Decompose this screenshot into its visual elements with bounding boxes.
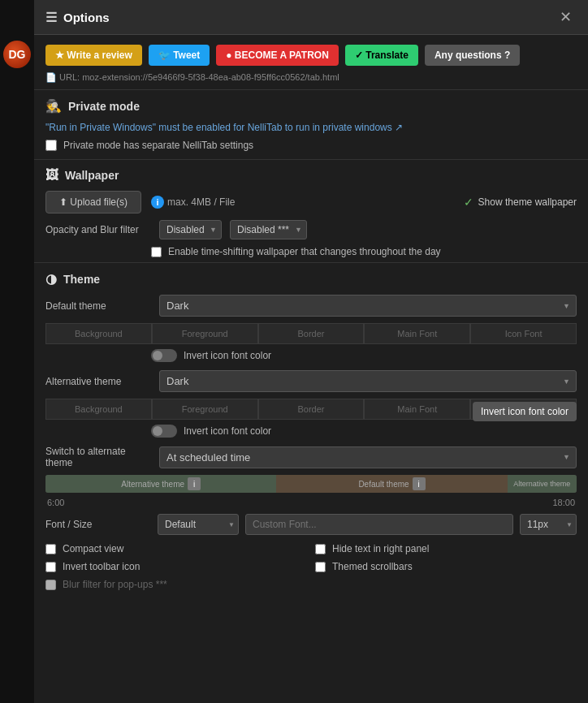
write-review-button[interactable]: ★ Write a review bbox=[45, 45, 142, 66]
invert-toolbar-label: Invert toolbar icon bbox=[63, 561, 140, 572]
url-link[interactable]: moz-extension://5e9466f9-5f38-48ea-ab08-… bbox=[82, 72, 339, 82]
checkmark-icon: ✓ bbox=[464, 196, 473, 209]
menu-icon: ☰ bbox=[45, 10, 57, 25]
custom-font-input[interactable] bbox=[245, 514, 513, 535]
theme-title: ◑ Theme bbox=[45, 271, 577, 287]
upload-button[interactable]: ⬆ Upload file(s) bbox=[45, 191, 141, 213]
timeshifting-row: Enable time-shifting wallpaper that chan… bbox=[151, 246, 577, 257]
default-invert-toggle[interactable] bbox=[151, 349, 177, 362]
timeline-alt-segment: Alternative theme i bbox=[45, 475, 276, 493]
swatch-background[interactable]: Background bbox=[45, 323, 152, 344]
opacity-select-wrapper: Disabled bbox=[159, 220, 222, 239]
blur-popups-option: Blur filter for pop-ups *** bbox=[45, 579, 307, 590]
alt-swatch-main-font[interactable]: Main Font bbox=[364, 399, 470, 420]
default-swatches-row: Background Foreground Border Main Font I… bbox=[45, 323, 577, 344]
translate-button[interactable]: ✓ Translate bbox=[345, 45, 418, 66]
default-theme-select[interactable]: Dark bbox=[159, 295, 577, 317]
header: ☰ Options ✕ bbox=[34, 0, 588, 35]
options-grid: Compact view Hide text in right panel In… bbox=[45, 543, 577, 598]
themed-scrollbars-label: Themed scrollbars bbox=[332, 561, 413, 572]
blur-popups-label: Blur filter for pop-ups *** bbox=[63, 579, 167, 590]
url-bar: 📄 URL: moz-extension://5e9466f9-5f38-48e… bbox=[34, 71, 588, 89]
alt-invert-row: Invert icon font color Invert icon font … bbox=[151, 425, 577, 438]
alt-swatch-foreground[interactable]: Foreground bbox=[152, 399, 258, 420]
alt-invert-toggle[interactable] bbox=[151, 425, 177, 438]
hide-text-checkbox[interactable] bbox=[315, 544, 326, 554]
compact-view-option: Compact view bbox=[45, 543, 307, 554]
private-mode-label: Private mode has separate NelliTab setti… bbox=[63, 140, 253, 151]
timeline-alt2-segment: Alternative theme bbox=[508, 475, 577, 493]
blur-select[interactable]: Disabled *** bbox=[230, 220, 307, 239]
alt-invert-label: Invert icon font color bbox=[184, 425, 271, 437]
top-buttons-bar: ★ Write a review 🐦 Tweet ● BECOME A PATR… bbox=[34, 35, 588, 71]
private-mode-section: 🕵 Private mode "Run in Private Windows" … bbox=[34, 89, 588, 159]
avatar: DG bbox=[3, 41, 31, 68]
default-invert-label: Invert icon font color bbox=[184, 350, 271, 361]
private-mode-link[interactable]: "Run in Private Windows" must be enabled… bbox=[45, 122, 577, 133]
alt-theme-select-wrapper: Dark bbox=[159, 370, 577, 392]
font-size-row: Font / Size Default 11px bbox=[45, 514, 577, 535]
themed-scrollbars-checkbox[interactable] bbox=[315, 562, 326, 572]
font-size-select[interactable]: 11px bbox=[520, 514, 577, 535]
alt-theme-select[interactable]: Dark bbox=[159, 370, 577, 392]
private-mode-title: 🕵 Private mode bbox=[45, 98, 577, 114]
timeline-time-start: 6:00 bbox=[47, 498, 64, 507]
timeline-area: Alternative theme i Default theme i Alte… bbox=[45, 475, 577, 507]
swatch-foreground[interactable]: Foreground bbox=[152, 323, 258, 344]
show-wallpaper-toggle: ✓ Show theme wallpaper bbox=[464, 196, 577, 209]
options-window: DG ☰ Options ✕ ★ Write a review 🐦 Tweet … bbox=[0, 0, 588, 703]
main-content: ☰ Options ✕ ★ Write a review 🐦 Tweet ● B… bbox=[34, 0, 588, 603]
alt-theme-row: Alternative theme Dark bbox=[45, 370, 577, 392]
wallpaper-icon: 🖼 bbox=[45, 168, 58, 183]
compact-view-checkbox[interactable] bbox=[45, 544, 56, 554]
swatch-icon-font[interactable]: Icon Font bbox=[470, 323, 577, 344]
invert-toolbar-option: Invert toolbar icon bbox=[45, 561, 307, 572]
window-title: Options bbox=[63, 11, 110, 24]
become-patron-button[interactable]: ● BECOME A PATRON bbox=[216, 45, 339, 66]
max-size-info: i max. 4MB / File bbox=[151, 196, 235, 209]
font-select[interactable]: Default bbox=[158, 514, 239, 535]
timeline-marker-left: i bbox=[188, 477, 201, 490]
opacity-row: Opacity and Blur filter Disabled Disable… bbox=[45, 220, 577, 239]
switch-theme-row: Switch to alternate theme At scheduled t… bbox=[45, 446, 577, 468]
swatch-main-font[interactable]: Main Font bbox=[364, 323, 470, 344]
close-button[interactable]: ✕ bbox=[555, 6, 577, 28]
timeshifting-checkbox[interactable] bbox=[151, 247, 162, 257]
theme-section: ◑ Theme Default theme Dark Background Fo… bbox=[34, 262, 588, 603]
switch-select[interactable]: At scheduled time bbox=[159, 446, 577, 468]
alt-swatch-background[interactable]: Background bbox=[45, 399, 152, 420]
blur-popups-checkbox[interactable] bbox=[45, 580, 56, 590]
swatch-border[interactable]: Border bbox=[258, 323, 365, 344]
theme-icon: ◑ bbox=[45, 271, 57, 287]
sidebar: DG bbox=[0, 0, 34, 703]
font-select-wrapper: Default bbox=[158, 514, 239, 535]
hide-text-option: Hide text in right panel bbox=[315, 543, 577, 554]
info-icon: i bbox=[151, 196, 164, 209]
timeline-times: 6:00 18:00 bbox=[45, 498, 577, 507]
spy-icon: 🕵 bbox=[45, 98, 62, 114]
any-questions-button[interactable]: Any questions ? bbox=[425, 45, 520, 66]
url-icon: 📄 URL: bbox=[45, 72, 82, 82]
compact-view-label: Compact view bbox=[63, 543, 123, 554]
invert-toolbar-checkbox[interactable] bbox=[45, 562, 56, 572]
font-size-select-wrapper: 11px bbox=[520, 514, 577, 535]
timeline-marker-right: i bbox=[413, 477, 426, 490]
tweet-button[interactable]: 🐦 Tweet bbox=[149, 45, 210, 66]
switch-select-wrapper: At scheduled time bbox=[159, 446, 577, 468]
header-title: ☰ Options bbox=[45, 10, 110, 25]
invert-tooltip: Invert icon font color bbox=[473, 402, 577, 421]
private-mode-checkbox-row: Private mode has separate NelliTab setti… bbox=[45, 140, 577, 151]
alt-swatch-border[interactable]: Border bbox=[258, 399, 365, 420]
themed-scrollbars-option: Themed scrollbars bbox=[315, 561, 577, 572]
timeline-bar: Alternative theme i Default theme i Alte… bbox=[45, 475, 577, 493]
opacity-select[interactable]: Disabled bbox=[159, 220, 222, 239]
default-theme-select-wrapper: Dark bbox=[159, 295, 577, 317]
wallpaper-title: 🖼 Wallpaper bbox=[45, 168, 577, 183]
timeline-default-segment: Default theme i bbox=[276, 475, 507, 493]
wallpaper-upload-row: ⬆ Upload file(s) i max. 4MB / File ✓ Sho… bbox=[45, 191, 577, 213]
private-mode-checkbox[interactable] bbox=[45, 140, 57, 151]
wallpaper-section: 🖼 Wallpaper ⬆ Upload file(s) i max. 4MB … bbox=[34, 159, 588, 262]
default-invert-row: Invert icon font color bbox=[151, 349, 577, 362]
default-theme-row: Default theme Dark bbox=[45, 295, 577, 317]
blur-select-wrapper: Disabled *** bbox=[230, 220, 307, 239]
